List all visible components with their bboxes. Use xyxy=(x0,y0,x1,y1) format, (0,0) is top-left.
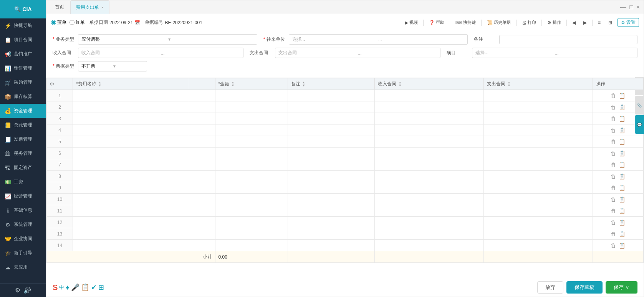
cell-income-contract[interactable] xyxy=(375,124,484,136)
delete-icon[interactable]: 🗑 xyxy=(611,219,616,226)
sidebar-item-operations[interactable]: 📈 经营管理 xyxy=(0,189,46,203)
discard-button[interactable]: 放弃 xyxy=(537,281,563,294)
cell-name[interactable] xyxy=(73,217,189,228)
cell-name[interactable] xyxy=(73,182,189,194)
cell-name[interactable] xyxy=(73,171,189,182)
sidebar-item-ledger[interactable]: 📒 总账管理 xyxy=(0,118,46,132)
sidebar-item-tutorial[interactable]: 🎓 新手引导 xyxy=(0,246,46,260)
window-close-button[interactable]: × xyxy=(636,3,641,12)
project-select[interactable]: 选择... ... xyxy=(472,48,637,58)
copy-icon[interactable]: 📋 xyxy=(619,231,625,237)
cell-income-contract[interactable] xyxy=(375,171,484,182)
clipboard-icon[interactable]: 📋 xyxy=(81,283,89,292)
delete-icon[interactable]: 🗑 xyxy=(611,93,616,99)
calendar-icon[interactable]: 📅 xyxy=(134,20,140,25)
cell-amount[interactable] xyxy=(215,90,288,101)
cell-income-contract[interactable] xyxy=(375,228,484,240)
cell-remark[interactable] xyxy=(288,136,375,148)
cell-name[interactable] xyxy=(73,148,189,159)
red-bill-radio[interactable] xyxy=(70,20,74,25)
action-button[interactable]: ⚙ 操作 xyxy=(545,18,563,27)
copy-icon[interactable]: 📋 xyxy=(619,196,625,202)
cell-name[interactable] xyxy=(73,240,189,251)
save-draft-button[interactable]: 保存草稿 xyxy=(566,281,603,294)
window-minimize-button[interactable]: — xyxy=(619,3,627,12)
copy-icon[interactable]: 📋 xyxy=(619,116,625,122)
sidebar-item-payroll[interactable]: 💵 工资 xyxy=(0,175,46,189)
delete-icon[interactable]: 🗑 xyxy=(611,104,616,110)
mic-icon[interactable]: 🎤 xyxy=(71,283,79,292)
cell-expense-contract[interactable] xyxy=(484,171,593,182)
diamond-icon[interactable]: ♦ xyxy=(66,284,69,292)
delete-icon[interactable]: 🗑 xyxy=(611,116,616,122)
cell-remark[interactable] xyxy=(288,90,375,101)
remark-input[interactable] xyxy=(499,35,637,44)
cell-expense-contract[interactable] xyxy=(484,205,593,217)
cell-expense-contract[interactable] xyxy=(484,136,593,148)
cell-name[interactable] xyxy=(73,136,189,148)
sidebar-item-inventory[interactable]: 📦 库存核算 xyxy=(0,90,46,104)
tab-close-icon[interactable]: × xyxy=(101,5,104,10)
prev-button[interactable]: ◀ xyxy=(570,19,578,27)
cell-name[interactable] xyxy=(73,113,189,124)
delete-icon[interactable]: 🗑 xyxy=(611,173,616,179)
help-button[interactable]: ❓ 帮助 xyxy=(427,18,447,27)
cell-remark[interactable] xyxy=(288,205,375,217)
cell-remark[interactable] xyxy=(288,171,375,182)
cell-name[interactable] xyxy=(73,205,189,217)
cell-remark[interactable] xyxy=(288,101,375,113)
delete-icon[interactable]: 🗑 xyxy=(611,127,616,133)
delete-icon[interactable]: 🗑 xyxy=(611,185,616,191)
cell-expense-contract[interactable] xyxy=(484,124,593,136)
save-button[interactable]: 保存 ∨ xyxy=(606,281,637,294)
cell-income-contract[interactable] xyxy=(375,148,484,159)
cell-remark[interactable] xyxy=(288,194,375,205)
copy-icon[interactable]: 📋 xyxy=(619,219,625,226)
cell-remark[interactable] xyxy=(288,113,375,124)
sidebar-item-marketing[interactable]: 📢 营销推广 xyxy=(0,47,46,61)
cell-remark[interactable] xyxy=(288,124,375,136)
cell-amount[interactable] xyxy=(215,113,288,124)
cell-name[interactable] xyxy=(73,159,189,171)
sidebar-item-purchase[interactable]: 🛒 采购管理 xyxy=(0,75,46,90)
sidebar-item-project-contract[interactable]: 📋 项目合同 xyxy=(0,33,46,47)
cell-name[interactable] xyxy=(73,194,189,205)
cell-name[interactable] xyxy=(73,101,189,113)
cell-expense-contract[interactable] xyxy=(484,159,593,171)
grid-icon[interactable]: ⊞ xyxy=(98,283,104,292)
copy-icon[interactable]: 📋 xyxy=(619,127,625,133)
cell-remark[interactable] xyxy=(288,217,375,228)
blue-bill-label[interactable]: 蓝单 xyxy=(51,19,66,26)
copy-icon[interactable]: 📋 xyxy=(619,150,625,156)
cell-remark[interactable] xyxy=(288,148,375,159)
th-settings[interactable]: ⚙ xyxy=(47,78,73,90)
cell-income-contract[interactable] xyxy=(375,240,484,251)
cell-expense-contract[interactable] xyxy=(484,194,593,205)
cell-name[interactable] xyxy=(73,228,189,240)
copy-icon[interactable]: 📋 xyxy=(619,93,625,99)
cell-amount[interactable] xyxy=(215,217,288,228)
window-maximize-button[interactable]: □ xyxy=(629,3,634,12)
cell-expense-contract[interactable] xyxy=(484,113,593,124)
th-name[interactable]: *费用名称 ▲▼ xyxy=(73,78,189,90)
copy-icon[interactable]: 📋 xyxy=(619,242,625,249)
sidebar-item-tax[interactable]: 🏛 税务管理 xyxy=(0,146,46,161)
sidebar-item-sales[interactable]: 📊 销售管理 xyxy=(0,61,46,75)
red-bill-label[interactable]: 红单 xyxy=(70,19,85,26)
cell-expense-contract[interactable] xyxy=(484,217,593,228)
cell-income-contract[interactable] xyxy=(375,217,484,228)
copy-icon[interactable]: 📋 xyxy=(619,173,625,179)
cell-expense-contract[interactable] xyxy=(484,101,593,113)
cell-income-contract[interactable] xyxy=(375,182,484,194)
cell-amount[interactable] xyxy=(215,159,288,171)
invoice-type-select[interactable]: 不开票 ▼ xyxy=(78,61,147,71)
cell-remark[interactable] xyxy=(288,228,375,240)
income-contract-select[interactable]: 收入合同 ... xyxy=(78,48,243,58)
th-income-contract[interactable]: 收入合同 ▲▼ xyxy=(375,78,484,90)
shortcut-button[interactable]: ⌨ 快捷键 xyxy=(453,18,478,27)
sidebar-item-cloud-apps[interactable]: ☁ 云应用 xyxy=(0,260,46,274)
cell-amount[interactable] xyxy=(215,205,288,217)
sidebar-item-system[interactable]: ⚙ 系统管理 xyxy=(0,217,46,232)
side-float-chat[interactable]: 💬 xyxy=(635,115,644,134)
delete-icon[interactable]: 🗑 xyxy=(611,162,616,168)
